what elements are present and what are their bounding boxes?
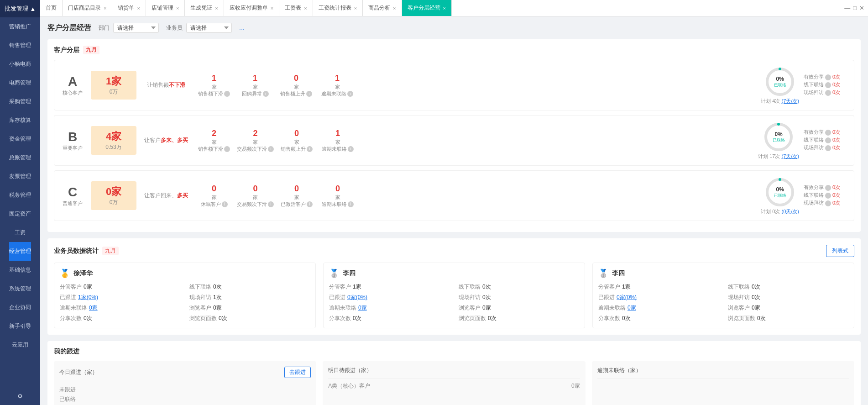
plan-link[interactable]: (0天/次)	[782, 209, 800, 214]
sidebar-item-4[interactable]: 采购管理	[9, 92, 31, 111]
tab-1[interactable]: 门店商品目录×	[63, 0, 112, 16]
sidebar-item-10[interactable]: 固定资产	[9, 205, 31, 223]
tab-7[interactable]: 工资统计报表×	[313, 0, 363, 16]
tab-3[interactable]: 店铺管理×	[146, 0, 185, 16]
sidebar-item-16[interactable]: 新手引导	[9, 317, 31, 336]
tab-close-7[interactable]: ×	[354, 5, 357, 11]
tier-stat-A-0[interactable]: 1家销售额下滑 i	[196, 74, 232, 97]
list-view-button[interactable]: 列表式	[826, 245, 854, 257]
info-icon[interactable]: i	[825, 145, 831, 151]
tier-letter: A	[59, 74, 86, 89]
tab-5[interactable]: 应收应付调整单×	[224, 0, 279, 16]
stat-label: 销售额下滑 i	[196, 90, 232, 97]
sidebar-item-13[interactable]: 基础信息	[9, 261, 31, 279]
tier-count-C[interactable]: 0家0万	[91, 181, 136, 210]
staff-stat-val[interactable]: 1家(0%)	[78, 294, 98, 301]
tier-stat-C-0[interactable]: 0家休眠客户 i	[196, 184, 232, 208]
sidebar-item-3[interactable]: 电商管理	[9, 74, 31, 92]
sidebar-item-0[interactable]: 营销推广	[9, 17, 31, 36]
sidebar-item-6[interactable]: 资金管理	[9, 130, 31, 148]
info-icon[interactable]: i	[825, 82, 831, 88]
tier-stat-B-1[interactable]: 2家交易频次下滑 i	[237, 129, 274, 153]
info-icon[interactable]: i	[224, 146, 230, 152]
info-icon[interactable]: i	[222, 201, 228, 207]
info-icon[interactable]: i	[825, 137, 831, 143]
tab-4[interactable]: 生成凭证×	[185, 0, 224, 16]
info-icon[interactable]: i	[307, 146, 313, 152]
info-icon[interactable]: i	[825, 130, 831, 136]
info-icon[interactable]: i	[268, 201, 274, 207]
info-icon[interactable]: i	[348, 201, 354, 207]
tab-close-9[interactable]: ×	[443, 5, 446, 11]
info-icon[interactable]: i	[825, 185, 831, 191]
stat-label: 销售额上升 i	[278, 90, 314, 97]
sidebar-item-11[interactable]: 工资	[9, 223, 31, 242]
info-icon[interactable]: i	[306, 91, 312, 97]
close-icon[interactable]: ✕	[859, 5, 864, 11]
filter-more-btn[interactable]: ...	[239, 24, 245, 32]
staff-stat-val: 0家	[752, 304, 760, 312]
right-stat-val: 0次	[832, 200, 840, 206]
info-icon[interactable]: i	[825, 74, 831, 80]
tab-close-5[interactable]: ×	[271, 5, 273, 11]
tier-count-A[interactable]: 1家0万	[91, 71, 136, 100]
staff-card-0: 🥇徐泽华分管客户0家线下联络0次已跟进1家(0%)现场拜访1次逾期未联络0家浏览…	[54, 263, 316, 328]
sidebar-item-8[interactable]: 发票管理	[9, 167, 31, 186]
sidebar-item-1[interactable]: 销售管理	[9, 36, 31, 55]
settings-button[interactable]: ⚙	[0, 387, 40, 405]
tab-close-8[interactable]: ×	[393, 5, 396, 11]
info-icon[interactable]: i	[825, 90, 831, 96]
staff-stat-val[interactable]: 0家(0%)	[617, 294, 637, 301]
tab-close-3[interactable]: ×	[176, 5, 179, 11]
info-icon[interactable]: i	[307, 201, 313, 207]
sales-select[interactable]: 请选择	[186, 23, 232, 33]
sidebar-item-2[interactable]: 小畅电商	[9, 55, 31, 74]
plan-link[interactable]: (7天/次)	[782, 153, 800, 159]
maximize-icon[interactable]: □	[853, 5, 857, 11]
tab-2[interactable]: 销货单×	[112, 0, 146, 16]
minimize-icon[interactable]: —	[844, 5, 850, 11]
tier-stat-B-0[interactable]: 2家销售额下滑 i	[196, 129, 232, 153]
tier-stat-A-1[interactable]: 1家回购异常 i	[237, 74, 273, 97]
tier-stat-C-2[interactable]: 0家已激活客户 i	[278, 184, 315, 208]
tab-0[interactable]: 首页	[40, 0, 63, 16]
tier-stat-B-2[interactable]: 0家销售额上升 i	[278, 129, 315, 153]
tier-stats-C: 0家休眠客户 i0家交易频次下滑 i0家已激活客户 i0家逾期未联络 i	[196, 184, 756, 208]
tier-stat-A-3[interactable]: 1家逾期未联络 i	[319, 74, 356, 97]
tab-close-2[interactable]: ×	[137, 5, 140, 11]
tier-count-B[interactable]: 4家0.53万	[91, 126, 136, 155]
tier-stat-C-3[interactable]: 0家逾期未联络 i	[319, 184, 356, 208]
tab-6[interactable]: 工资表×	[279, 0, 313, 16]
sidebar-title[interactable]: 批发管理 ▲	[0, 0, 40, 17]
sidebar-item-14[interactable]: 系统管理	[9, 279, 31, 298]
staff-stat-val[interactable]: 0家	[627, 304, 636, 312]
info-icon[interactable]: i	[348, 146, 354, 152]
info-icon[interactable]: i	[268, 146, 274, 152]
info-icon[interactable]: i	[825, 200, 831, 206]
tier-stat-C-1[interactable]: 0家交易频次下滑 i	[237, 184, 274, 208]
dept-select[interactable]: 请选择	[113, 23, 159, 33]
sidebar-item-5[interactable]: 库存核算	[9, 111, 31, 130]
info-icon[interactable]: i	[224, 91, 230, 97]
sidebar-item-15[interactable]: 企业协同	[9, 298, 31, 317]
staff-stat-val[interactable]: 0家	[89, 304, 98, 312]
info-icon[interactable]: i	[347, 91, 353, 97]
sidebar-item-12[interactable]: 经营管理	[9, 242, 31, 261]
staff-stat-val[interactable]: 0家(0%)	[347, 294, 367, 301]
sidebar-item-17[interactable]: 云应用	[9, 336, 31, 354]
tab-9[interactable]: 客户分层经营×	[402, 0, 452, 16]
info-icon[interactable]: i	[825, 193, 831, 199]
tab-close-4[interactable]: ×	[215, 5, 218, 11]
sidebar-item-7[interactable]: 总账管理	[9, 148, 31, 167]
tier-stat-A-2[interactable]: 0家销售额上升 i	[278, 74, 314, 97]
goto-follow-button[interactable]: 去跟进	[284, 367, 311, 378]
sidebar-item-9[interactable]: 税务管理	[9, 186, 31, 205]
tier-stat-B-3[interactable]: 1家逾期未联络 i	[319, 129, 356, 153]
staff-stat-val[interactable]: 0家	[358, 304, 367, 312]
staff-stat-0-1: 线下联络0次	[189, 283, 310, 291]
plan-link[interactable]: (7天/次)	[782, 98, 800, 104]
tab-close-1[interactable]: ×	[104, 5, 106, 11]
tab-8[interactable]: 商品分析×	[363, 0, 402, 16]
tab-close-6[interactable]: ×	[304, 5, 307, 11]
info-icon[interactable]: i	[263, 91, 269, 97]
